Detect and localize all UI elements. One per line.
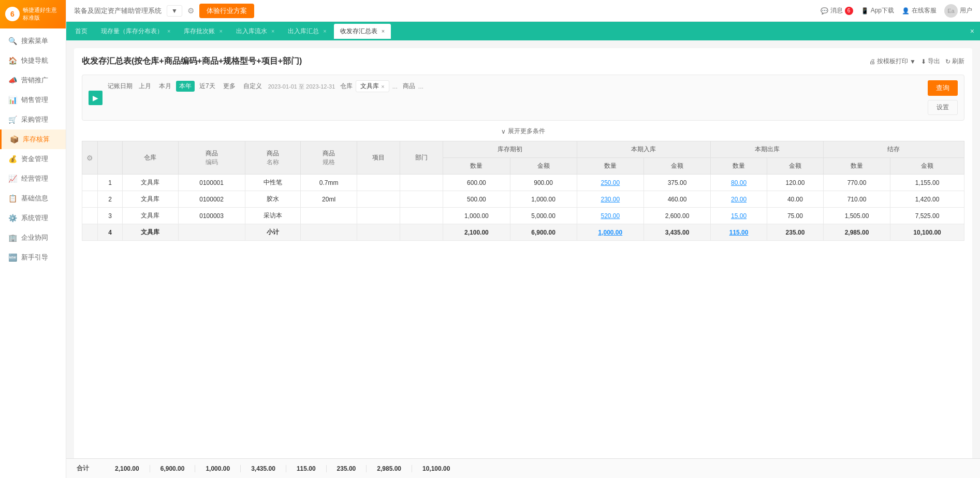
sidebar-item-label: 快捷导航	[21, 56, 48, 65]
settings-icon[interactable]: ⚙	[187, 6, 194, 16]
expand-more-button[interactable]: ∨ 展开更多条件	[501, 127, 545, 136]
sidebar-item-purchase[interactable]: 🛒 采购管理	[0, 110, 66, 129]
tab-inout-summary-close[interactable]: ×	[323, 28, 326, 34]
guide-icon: 🆕	[8, 253, 17, 262]
cell-name: 采访本	[245, 208, 300, 224]
mobile-icon: 📱	[861, 7, 869, 15]
page-container: 收发存汇总表(按仓库+商品编码+商品+规格型号+项目+部门) 🖨 按模板打印 ▼…	[74, 48, 972, 462]
message-button[interactable]: 💬 消息 6	[821, 6, 853, 15]
tabs-close-all[interactable]: ×	[967, 25, 977, 37]
sidebar-item-operation[interactable]: 📈 经营管理	[0, 169, 66, 189]
date-label: 记账日期	[108, 82, 133, 91]
cell-in-qty[interactable]: 250.00	[577, 175, 643, 191]
sidebar-item-basic[interactable]: 📋 基础信息	[0, 189, 66, 208]
system-dropdown[interactable]: ▼	[167, 5, 182, 17]
print-button[interactable]: 🖨 按模板打印 ▼	[869, 57, 916, 66]
date-btn-last-month[interactable]: 上月	[136, 81, 154, 92]
date-btn-custom[interactable]: 自定义	[240, 81, 265, 92]
sidebar-item-label: 搜索菜单	[21, 36, 48, 46]
app-title: 畅捷通好生意 标准版	[23, 6, 57, 22]
th-out-qty: 数量	[711, 158, 767, 175]
warehouse-more[interactable]: ...	[392, 83, 398, 90]
th-opening-amt: 金额	[510, 158, 577, 175]
refresh-button[interactable]: ↻ 刷新	[945, 57, 964, 66]
subtotal-in-qty[interactable]: 1,000.00	[577, 224, 643, 241]
cell-out-amt: 75.00	[767, 208, 824, 224]
table-row: 2 文具库 0100002 胶水 20ml 500.00 1,000.00 23…	[82, 191, 964, 208]
sidebar-item-quick-nav[interactable]: 🏠 快捷导航	[0, 51, 66, 70]
cell-project	[357, 175, 400, 191]
system-icon: ⚙️	[8, 213, 17, 223]
user-menu[interactable]: Ea 用户	[944, 4, 972, 18]
tab-batch[interactable]: 库存批次账 ×	[178, 24, 228, 39]
total-label: 合计	[77, 464, 105, 473]
sidebar-item-guide[interactable]: 🆕 新手引导	[0, 248, 66, 267]
cell-no: 3	[98, 208, 123, 224]
sidebar-item-system[interactable]: ⚙️ 系统管理	[0, 208, 66, 228]
sidebar-item-label: 经营管理	[21, 174, 48, 183]
tab-home[interactable]: 首页	[69, 24, 94, 39]
sidebar-item-label: 采购管理	[21, 115, 48, 124]
cell-opening-qty: 600.00	[443, 175, 510, 191]
tab-stock-dist-close[interactable]: ×	[167, 28, 170, 34]
subtotal-out-qty[interactable]: 115.00	[711, 224, 767, 241]
cell-out-qty[interactable]: 80.00	[711, 175, 767, 191]
goods-more[interactable]: ...	[418, 83, 423, 90]
th-dept: 部门	[400, 141, 443, 175]
sales-icon: 📊	[8, 95, 17, 105]
cell-name: 胶水	[245, 191, 300, 208]
tab-inout-flow[interactable]: 出入库流水 ×	[230, 24, 281, 39]
filter-toggle-button[interactable]: ▶	[89, 91, 103, 105]
cell-warehouse: 文具库	[123, 191, 178, 208]
query-button[interactable]: 查询	[928, 80, 958, 96]
cell-in-qty[interactable]: 520.00	[577, 208, 643, 224]
th-settings: ⚙	[82, 141, 98, 175]
sidebar-item-inventory[interactable]: 📦 库存核算	[0, 129, 66, 149]
online-service-button[interactable]: 👤 在线客服	[902, 6, 937, 15]
cell-in-qty[interactable]: 230.00	[577, 191, 643, 208]
sidebar-item-marketing[interactable]: 📣 营销推广	[0, 70, 66, 90]
th-spec: 商品规格	[301, 141, 357, 175]
avatar: Ea	[944, 4, 958, 18]
cell-warehouse: 文具库	[123, 175, 178, 191]
sidebar-item-label: 销售管理	[21, 95, 48, 105]
th-out: 本期出库	[711, 141, 824, 158]
tab-inout-flow-close[interactable]: ×	[271, 28, 274, 34]
sidebar-item-search[interactable]: 🔍 搜索菜单	[0, 31, 66, 51]
sidebar-item-enterprise[interactable]: 🏢 企业协同	[0, 228, 66, 248]
sidebar-nav: 🔍 搜索菜单 🏠 快捷导航 📣 营销推广 📊 销售管理 🛒 采购管理 📦 库存核…	[0, 28, 66, 270]
cell-opening-qty: 500.00	[443, 191, 510, 208]
tab-stock-dist[interactable]: 现存量（库存分布表） ×	[95, 24, 177, 39]
subtotal-cell-spec	[301, 224, 357, 241]
message-label: 消息	[830, 6, 843, 15]
th-warehouse: 仓库	[123, 141, 178, 175]
tab-batch-close[interactable]: ×	[219, 28, 222, 34]
total-balance-amt: 10,100.00	[412, 465, 460, 472]
cell-balance-qty: 710.00	[823, 191, 890, 208]
export-button[interactable]: ⬇ 导出	[921, 57, 940, 66]
date-btn-more[interactable]: 更多	[220, 81, 239, 92]
trial-button[interactable]: 体验行业方案	[199, 4, 254, 18]
tab-recv-send[interactable]: 收发存汇总表 ×	[334, 24, 391, 39]
cell-opening-amt: 900.00	[510, 175, 577, 191]
cell-balance-amt: 1,420.00	[890, 191, 964, 208]
warehouse-tag[interactable]: 文具库 ×	[356, 80, 389, 92]
date-btn-7days[interactable]: 近7天	[196, 81, 218, 92]
subtotal-balance-amt: 10,100.00	[890, 224, 964, 241]
set-button[interactable]: 设置	[928, 100, 958, 115]
date-btn-this-month[interactable]: 本月	[156, 81, 174, 92]
date-btn-this-year[interactable]: 本年	[176, 81, 195, 92]
sidebar-item-finance[interactable]: 💰 资金管理	[0, 149, 66, 169]
cell-warehouse: 文具库	[123, 208, 178, 224]
tab-recv-send-label: 收发存汇总表	[340, 27, 377, 36]
cell-out-qty[interactable]: 20.00	[711, 191, 767, 208]
cell-out-qty[interactable]: 15.00	[711, 208, 767, 224]
tab-inout-summary[interactable]: 出入库汇总 ×	[282, 24, 332, 39]
goods-label: 商品	[403, 82, 415, 91]
finance-icon: 💰	[8, 154, 17, 164]
tab-recv-send-close[interactable]: ×	[382, 28, 385, 34]
warehouse-tag-close[interactable]: ×	[381, 83, 384, 90]
sidebar-item-sales[interactable]: 📊 销售管理	[0, 90, 66, 110]
table-settings-icon[interactable]: ⚙	[86, 154, 93, 162]
app-download-button[interactable]: 📱 App下载	[861, 6, 894, 15]
